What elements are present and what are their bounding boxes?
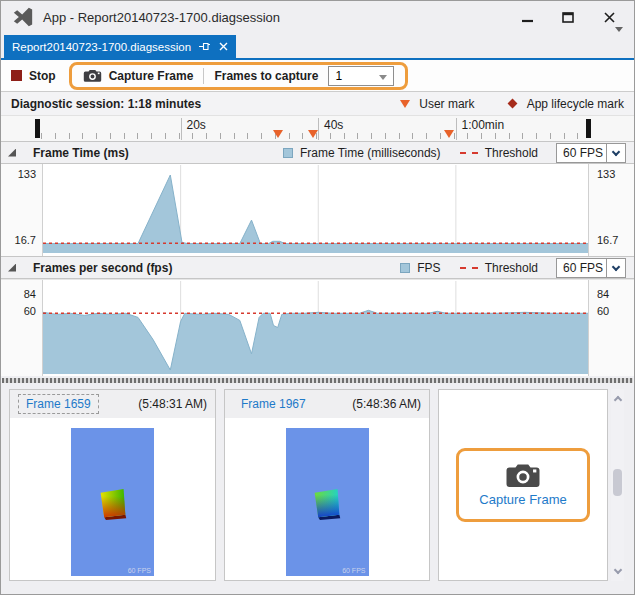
y-max-label: 133 — [597, 168, 615, 180]
tab-label: Report20140723-1700.diagsession — [12, 41, 191, 53]
tab-close-icon[interactable] — [219, 42, 228, 51]
collapse-toggle-icon[interactable] — [8, 264, 16, 272]
gallery-scrollbar[interactable] — [611, 389, 624, 581]
frame-card: Frame 1967 (5:48:36 AM) 60 FPS — [224, 389, 430, 581]
y-threshold-label: 16.7 — [15, 234, 36, 246]
close-window-button[interactable] — [602, 10, 616, 24]
scroll-down-icon[interactable] — [611, 564, 624, 579]
fps-selector-dropdown-button[interactable] — [606, 144, 625, 162]
document-tab[interactable]: Report20140723-1700.diagsession — [4, 35, 236, 58]
frames-to-capture-value: 1 — [335, 69, 342, 83]
thumbnail-fps-overlay: 60 FPS — [128, 567, 151, 574]
fps-selector-value: 60 FPS — [557, 261, 606, 275]
frames-to-capture-combobox[interactable]: 1 — [328, 66, 394, 86]
visual-studio-logo-icon — [13, 7, 33, 27]
fps-right-axis: 84 60 — [588, 280, 634, 376]
fps-left-axis: 84 60 — [1, 280, 43, 376]
title-bar: App - Report20140723-1700.diagsession — [1, 1, 634, 33]
frame-thumbnail[interactable]: 60 FPS — [286, 428, 369, 576]
stop-icon — [11, 70, 22, 81]
app-lifecycle-mark-label: App lifecycle mark — [527, 97, 624, 111]
scrollbar-thumb[interactable] — [613, 469, 622, 496]
horizontal-splitter[interactable] — [1, 376, 634, 385]
threshold-label: Threshold — [485, 146, 538, 160]
fps-fps-selector[interactable]: 60 FPS — [556, 258, 626, 278]
frame-time-section-header: Frame Time (ms) Frame Time (milliseconds… — [1, 141, 634, 164]
user-mark-icon — [444, 130, 454, 138]
threshold-label: Threshold — [485, 261, 538, 275]
scroll-up-icon[interactable] — [611, 391, 624, 406]
fps-title: Frames per second (fps) — [33, 261, 172, 275]
threshold-line-icon — [460, 267, 478, 269]
frame-time-fps-selector[interactable]: 60 FPS — [556, 143, 626, 163]
user-mark-icon — [308, 130, 318, 138]
fps-series-swatch-icon — [400, 263, 410, 273]
collapse-toggle-icon[interactable] — [8, 149, 16, 157]
thumbnail-fps-overlay: 60 FPS — [342, 567, 365, 574]
frame-card-header: Frame 1967 (5:48:36 AM) — [225, 390, 429, 418]
user-mark-label: User mark — [419, 97, 474, 111]
frame-time-series-label: Frame Time (milliseconds) — [300, 146, 441, 160]
chevron-down-icon — [612, 147, 620, 155]
capture-frame-card-button[interactable]: Capture Frame — [456, 448, 590, 522]
frames-to-capture-label: Frames to capture — [214, 69, 318, 83]
frame-card: Frame 1659 (5:48:31 AM) 60 FPS — [9, 389, 216, 581]
timeline-range-handle[interactable] — [35, 119, 40, 138]
frame-timestamp: (5:48:31 AM) — [138, 397, 207, 411]
frame-time-left-axis: 133 16.7 — [1, 164, 43, 256]
capture-highlight-callout: Capture Frame Frames to capture 1 — [69, 62, 409, 90]
camera-icon — [83, 69, 102, 82]
minimize-button[interactable] — [520, 10, 534, 24]
y-max-label: 84 — [24, 288, 36, 300]
fps-selector-dropdown-button[interactable] — [606, 259, 625, 277]
fps-selector-value: 60 FPS — [557, 146, 606, 160]
frame-timestamp: (5:48:36 AM) — [352, 397, 421, 411]
frame-link[interactable]: Frame 1659 — [18, 394, 99, 414]
y-threshold-label: 60 — [24, 305, 36, 317]
combobox-caret-icon — [379, 75, 387, 80]
toolbar-separator — [203, 68, 204, 84]
diagnostic-session-bar: Diagnostic session: 1:18 minutes User ma… — [1, 91, 634, 115]
capture-frame-card: Capture Frame — [438, 389, 608, 581]
frame-card-header: Frame 1659 (5:48:31 AM) — [10, 390, 215, 418]
session-duration-label: Diagnostic session: 1:18 minutes — [11, 97, 201, 111]
ruler-tick-label: 40s — [318, 118, 343, 140]
timeline-range-handle[interactable] — [586, 119, 591, 138]
window-title: App - Report20140723-1700.diagsession — [43, 10, 520, 25]
frame-time-title: Frame Time (ms) — [33, 146, 129, 160]
threshold-line-icon — [460, 152, 478, 154]
y-max-label: 84 — [597, 288, 609, 300]
tab-strip: Report20140723-1700.diagsession — [1, 33, 634, 60]
stop-label: Stop — [29, 69, 56, 83]
user-mark-icon — [400, 100, 410, 108]
fps-section-header: Frames per second (fps) FPS Threshold 60… — [1, 256, 634, 279]
frame-time-right-axis: 133 16.7 — [588, 164, 634, 256]
capture-frame-label: Capture Frame — [109, 69, 194, 83]
capture-frame-card-label: Capture Frame — [479, 492, 566, 507]
captured-frames-gallery: Frame 1659 (5:48:31 AM) 60 FPS Frame 1 — [1, 385, 634, 594]
frame-time-plot-area[interactable] — [43, 165, 588, 253]
app-window: App - Report20140723-1700.diagsession Re… — [0, 0, 635, 595]
y-threshold-label: 60 — [597, 305, 609, 317]
pin-icon[interactable] — [199, 41, 211, 52]
maximize-button[interactable] — [561, 10, 575, 24]
tab-list-dropdown-icon[interactable] — [615, 32, 623, 50]
ruler-tick-label: 1:00min — [456, 118, 505, 140]
fps-plot-area[interactable] — [43, 281, 588, 374]
frame-thumbnail[interactable]: 60 FPS — [71, 428, 154, 576]
frame-thumbnail-cube-icon — [312, 485, 342, 525]
app-lifecycle-mark-icon — [507, 99, 517, 109]
fps-chart: 84 60 84 60 — [1, 279, 634, 376]
frame-link[interactable]: Frame 1967 — [233, 394, 314, 414]
user-mark-icon — [273, 130, 283, 138]
ruler-tick-label: 20s — [181, 118, 206, 140]
stop-button[interactable]: Stop — [11, 69, 56, 83]
capture-frame-button[interactable]: Capture Frame — [83, 69, 194, 83]
frame-thumbnail-cube-icon — [98, 485, 128, 525]
chevron-down-icon — [612, 262, 620, 270]
camera-icon — [505, 463, 541, 487]
session-toolbar: Stop Capture Frame Frames to capture 1 — [1, 60, 634, 91]
timeline-ruler[interactable]: 20s40s1:00min — [1, 115, 634, 141]
frame-time-series-swatch-icon — [283, 148, 293, 158]
fps-series-label: FPS — [417, 261, 440, 275]
